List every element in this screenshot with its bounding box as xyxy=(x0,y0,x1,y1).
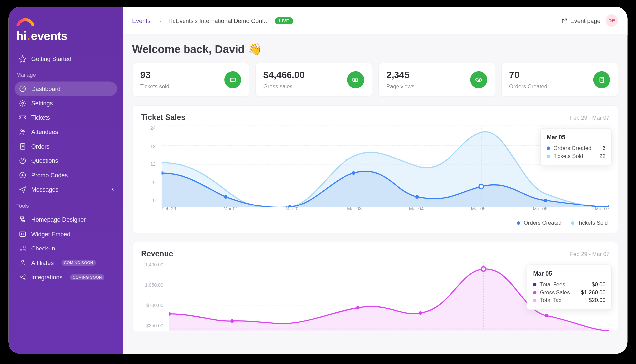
legend-orders[interactable]: Orders Created xyxy=(517,220,561,226)
nav-label: Attendees xyxy=(31,129,58,135)
send-icon xyxy=(19,186,26,193)
ticket-icon xyxy=(224,71,241,88)
main-panel: Events → Hi.Events's International Demo … xyxy=(123,7,627,354)
stat-value: $4,466.00 xyxy=(263,70,305,81)
revenue-chart-card: Revenue Feb 29 - Mar 07 1,400.00 1,050.0… xyxy=(132,242,618,332)
nav-dashboard[interactable]: Dashboard xyxy=(15,82,117,96)
stats-row: 93 Tickets sold $4,466.00 Gross sales 2,… xyxy=(132,63,618,97)
svg-point-12 xyxy=(20,277,21,278)
section-manage: Manage xyxy=(15,66,117,81)
x-tick: Mar 04 xyxy=(409,206,424,215)
stat-label: Page views xyxy=(386,83,414,90)
nav-label: Getting Started xyxy=(31,55,72,62)
brand-dot: . xyxy=(27,29,30,43)
nav-check-in[interactable]: Check-In xyxy=(15,241,117,256)
cash-icon xyxy=(347,71,364,88)
svg-point-17 xyxy=(354,79,356,80)
tag-icon xyxy=(19,171,26,179)
x-tick: Mar 05 xyxy=(471,206,486,215)
nav-homepage-designer[interactable]: Homepage Designer xyxy=(15,212,117,227)
y-tick: 24 xyxy=(141,126,156,131)
nav-orders[interactable]: Orders xyxy=(15,139,117,154)
event-page-label: Event page xyxy=(570,17,601,24)
y-tick: 0 xyxy=(141,198,156,203)
avatar[interactable]: DE xyxy=(606,14,618,27)
nav-integrations[interactable]: Integrations COMING SOON xyxy=(15,270,117,285)
x-tick: Mar 07 xyxy=(595,206,609,215)
svg-rect-8 xyxy=(20,246,22,248)
chart-title: Revenue xyxy=(141,250,173,259)
legend-label: Tickets Sold xyxy=(578,220,608,226)
tooltip-label: Tickets Sold xyxy=(554,153,583,159)
app-frame: hi.events Getting Started Manage Dashboa… xyxy=(9,7,628,354)
nav-promo-codes[interactable]: Promo Codes xyxy=(15,168,117,183)
users-icon xyxy=(19,128,26,136)
stat-tickets-sold: 93 Tickets sold xyxy=(132,63,249,97)
question-icon xyxy=(19,157,26,164)
chart-tooltip: Mar 05 Total Fees $0.00 Gross Sales $1,2… xyxy=(527,265,612,310)
nav-label: Promo Codes xyxy=(31,172,68,178)
stat-label: Tickets sold xyxy=(140,83,169,90)
logo-arc-icon xyxy=(16,17,35,28)
y-tick: 18 xyxy=(141,144,156,149)
nav-tickets[interactable]: Tickets xyxy=(15,111,117,125)
nav-label: Messages xyxy=(31,186,59,193)
x-tick: Feb 29 xyxy=(162,206,176,215)
y-tick: 1,050.00 xyxy=(141,282,163,287)
x-axis: Feb 29 Mar 01 Mar 02 Mar 03 Mar 04 Mar 0… xyxy=(162,206,610,215)
nav-affiliates[interactable]: Affiliates COMING SOON xyxy=(15,256,117,270)
nav-questions[interactable]: Questions xyxy=(15,154,117,168)
welcome-heading: Welcome back, David 👋 xyxy=(132,43,618,56)
svg-point-23 xyxy=(352,171,355,175)
y-tick: 6 xyxy=(141,180,156,185)
paint-icon xyxy=(19,216,26,223)
y-tick: 12 xyxy=(141,161,156,166)
nav-attendees[interactable]: Attendees xyxy=(15,125,117,139)
y-axis: 1,400.00 1,050.00 $700.00 $350.00 xyxy=(141,262,167,328)
stat-value: 93 xyxy=(140,70,169,81)
breadcrumb-event[interactable]: Hi.Events's International Demo Conf... xyxy=(168,17,269,24)
topbar: Events → Hi.Events's International Demo … xyxy=(123,7,627,35)
brand-logo[interactable]: hi.events xyxy=(15,17,117,52)
breadcrumb-root[interactable]: Events xyxy=(132,17,150,24)
x-tick: Mar 01 xyxy=(224,206,238,215)
stat-label: Gross sales xyxy=(263,83,305,90)
event-page-link[interactable]: Event page xyxy=(561,17,601,24)
x-tick: Mar 02 xyxy=(285,206,300,215)
nav-messages[interactable]: Messages xyxy=(15,182,117,197)
legend-tickets[interactable]: Tickets Sold xyxy=(571,220,608,226)
y-tick: 1,400.00 xyxy=(141,262,163,267)
tooltip-value: $20.00 xyxy=(589,297,606,303)
svg-point-24 xyxy=(415,195,419,199)
svg-point-14 xyxy=(24,279,25,280)
embed-icon xyxy=(19,230,26,238)
welcome-text: Welcome back, David xyxy=(132,43,245,56)
content-area: Welcome back, David 👋 93 Tickets sold $4… xyxy=(123,35,627,354)
eye-icon xyxy=(470,71,487,88)
chart-tooltip: Mar 05 Orders Created 6 Tickets Sold 22 xyxy=(540,128,612,165)
nav-getting-started[interactable]: Getting Started xyxy=(15,52,117,66)
nav-label: Settings xyxy=(31,100,53,107)
nav-label: Widget Embed xyxy=(31,231,71,237)
wave-icon: 👋 xyxy=(248,43,262,56)
nav-widget-embed[interactable]: Widget Embed xyxy=(15,227,117,242)
stat-value: 2,345 xyxy=(386,70,414,81)
nav-label: Questions xyxy=(31,158,58,164)
tooltip-value: $0.00 xyxy=(592,281,606,287)
sidebar: hi.events Getting Started Manage Dashboa… xyxy=(9,7,123,354)
tooltip-title: Mar 05 xyxy=(533,270,605,277)
tooltip-value: 6 xyxy=(603,145,606,151)
nav-label: Tickets xyxy=(31,114,50,121)
nav-label: Dashboard xyxy=(31,85,61,92)
brand-text-2: events xyxy=(31,29,68,43)
brand-text-1: hi xyxy=(16,29,26,43)
receipt-icon xyxy=(19,143,26,150)
svg-point-3 xyxy=(23,130,25,132)
svg-rect-15 xyxy=(230,78,235,81)
nav-settings[interactable]: Settings xyxy=(15,96,117,111)
integrations-icon xyxy=(19,273,26,281)
receipt-icon xyxy=(593,71,610,88)
x-tick: Mar 06 xyxy=(533,206,548,215)
svg-point-31 xyxy=(356,306,360,310)
chevron-left-icon[interactable] xyxy=(110,186,115,193)
